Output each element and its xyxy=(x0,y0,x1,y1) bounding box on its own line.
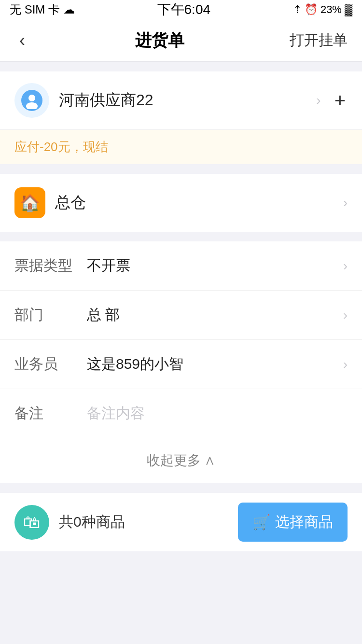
product-icon-wrap: 🛍 xyxy=(14,505,49,540)
department-value: 总 部 xyxy=(82,305,343,325)
invoice-type-chevron-icon: › xyxy=(343,258,348,274)
supplier-card: 河南供应商22 › + 应付-20元，现结 xyxy=(0,71,362,164)
gap-3 xyxy=(0,232,362,241)
collapse-label: 收起更多 ∧ xyxy=(147,451,216,470)
alarm-icon: ⏰ xyxy=(305,3,318,16)
battery-text: 23% xyxy=(320,3,342,16)
supplier-row[interactable]: 河南供应商22 › + xyxy=(0,71,362,130)
department-row[interactable]: 部门 总 部 › xyxy=(0,291,362,340)
bottom-bar: 🛍 共0种商品 🛒 选择商品 xyxy=(0,493,362,551)
status-bar: 无 SIM 卡 ☁ 下午6:04 ⇡ ⏰ 23% ▓ xyxy=(0,0,362,19)
warehouse-card: 🏠 总仓 › xyxy=(0,174,362,232)
salesperson-value: 这是859的小智 xyxy=(82,354,343,374)
salesperson-label: 业务员 xyxy=(14,354,82,374)
department-label: 部门 xyxy=(14,305,82,325)
page-background xyxy=(0,551,362,644)
invoice-type-value: 不开票 xyxy=(82,256,343,276)
select-goods-button[interactable]: 🛒 选择商品 xyxy=(238,503,348,542)
notice-bar: 应付-20元，现结 xyxy=(0,130,362,164)
signal-text: 无 SIM 卡 ☁ xyxy=(10,2,75,17)
remark-value[interactable]: 备注内容 xyxy=(82,404,348,423)
gap-1 xyxy=(0,62,362,71)
salesperson-row[interactable]: 业务员 这是859的小智 › xyxy=(0,340,362,389)
product-icon: 🛍 xyxy=(23,512,41,532)
select-goods-icon: 🛒 xyxy=(252,514,270,531)
status-time: 下午6:04 xyxy=(157,0,211,19)
remark-row[interactable]: 备注 备注内容 xyxy=(0,389,362,438)
gap-4 xyxy=(0,483,362,493)
warehouse-icon-bg: 🏠 xyxy=(14,187,45,218)
status-left: 无 SIM 卡 ☁ xyxy=(10,2,75,17)
warehouse-row[interactable]: 🏠 总仓 › xyxy=(0,174,362,232)
location-icon: ⇡ xyxy=(293,3,302,16)
form-section: 票据类型 不开票 › 部门 总 部 › 业务员 这是859的小智 › 备注 备注… xyxy=(0,241,362,438)
add-supplier-button[interactable]: + xyxy=(333,90,348,112)
invoice-type-label: 票据类型 xyxy=(14,256,82,276)
product-count: 共0种商品 xyxy=(59,512,238,532)
warehouse-icon: 🏠 xyxy=(20,193,40,212)
status-right: ⇡ ⏰ 23% ▓ xyxy=(293,3,352,16)
warehouse-label: 总仓 xyxy=(55,192,343,213)
invoice-type-row[interactable]: 票据类型 不开票 › xyxy=(0,241,362,291)
avatar-icon xyxy=(21,90,42,111)
gap-2 xyxy=(0,164,362,174)
remark-label: 备注 xyxy=(14,404,82,423)
nav-bar: ‹ 进货单 打开挂单 xyxy=(0,19,362,62)
open-pending-button[interactable]: 打开挂单 xyxy=(290,30,348,50)
salesperson-chevron-icon: › xyxy=(343,357,348,372)
svg-point-1 xyxy=(26,102,38,109)
svg-point-0 xyxy=(28,95,35,101)
battery-icon: ▓ xyxy=(345,3,352,16)
supplier-name: 河南供应商22 xyxy=(59,90,316,111)
avatar xyxy=(14,83,49,118)
collapse-row[interactable]: 收起更多 ∧ xyxy=(0,438,362,483)
supplier-chevron-icon: › xyxy=(316,93,320,108)
warehouse-chevron-icon: › xyxy=(343,195,348,210)
page-title: 进货单 xyxy=(135,29,184,52)
select-goods-label: 选择商品 xyxy=(275,512,333,532)
back-button[interactable]: ‹ xyxy=(14,26,30,56)
department-chevron-icon: › xyxy=(343,308,348,323)
